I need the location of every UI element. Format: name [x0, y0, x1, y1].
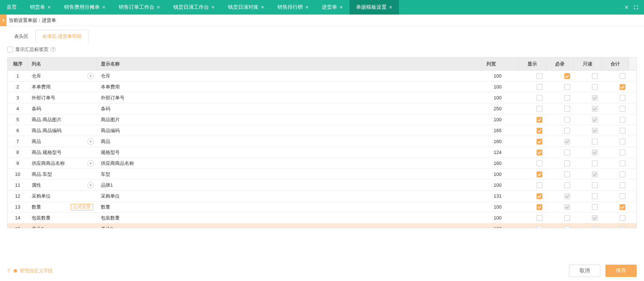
checkbox[interactable] [537, 106, 542, 112]
checkbox[interactable] [564, 73, 570, 79]
checkbox[interactable] [537, 171, 542, 177]
checkbox[interactable] [537, 161, 542, 166]
checkbox[interactable] [620, 84, 625, 90]
table-row[interactable]: 8商品.规格型号规格型号124 [8, 147, 636, 158]
checkbox[interactable] [620, 150, 625, 155]
cell-width[interactable]: 100 [490, 82, 526, 92]
checkbox[interactable] [592, 73, 598, 79]
top-tab[interactable]: 销售排行榜✕ [271, 0, 315, 15]
section-tab[interactable]: 表体区-进货单明细 [35, 30, 88, 43]
checkbox[interactable] [564, 161, 570, 166]
formula-tag[interactable]: 公式设置 [71, 204, 93, 210]
table-row[interactable]: 14包装数量包装数量100 [8, 213, 636, 223]
cell-display-name[interactable]: 数量 [97, 202, 490, 212]
checkbox[interactable] [620, 193, 625, 199]
checkbox[interactable] [537, 182, 542, 188]
table-row[interactable]: 6商品.商品编码商品编码165 [8, 125, 636, 136]
table-row[interactable]: 1仓库+仓库100 [8, 71, 636, 82]
checkbox[interactable] [537, 193, 542, 199]
checkbox[interactable] [537, 128, 542, 134]
cell-display-name[interactable]: 仓库 [97, 71, 490, 81]
cell-width[interactable]: 100 [490, 114, 526, 125]
cell-width[interactable]: 131 [490, 191, 526, 201]
table-row[interactable]: 15单位2单位2100 [8, 223, 636, 228]
close-icon[interactable]: ✕ [389, 5, 392, 10]
checkbox[interactable] [592, 84, 598, 90]
help-icon[interactable]: ? [51, 47, 56, 52]
table-row[interactable]: 5商品.商品图片商品图片100 [8, 114, 636, 125]
fullscreen-icon[interactable] [633, 4, 639, 10]
table-body[interactable]: 1仓库+仓库1002本单费用本单费用1003外部订单号外部订单号1004条码条码… [8, 71, 636, 228]
show-summary-checkbox[interactable] [7, 47, 13, 52]
close-all-icon[interactable] [624, 4, 629, 10]
checkbox[interactable] [592, 193, 598, 199]
table-row[interactable]: 7商品+商品160 [8, 136, 636, 147]
checkbox[interactable] [564, 128, 570, 134]
checkbox[interactable] [620, 117, 625, 123]
checkbox[interactable] [620, 73, 625, 79]
checkbox[interactable] [537, 150, 542, 155]
checkbox[interactable] [620, 95, 625, 101]
cell-display-name[interactable]: 单位2 [97, 223, 490, 228]
checkbox[interactable] [537, 117, 542, 123]
add-icon[interactable]: + [87, 182, 94, 189]
checkbox[interactable] [620, 182, 625, 188]
cell-width[interactable]: 100 [490, 223, 526, 228]
checkbox[interactable] [620, 171, 625, 177]
checkbox[interactable] [564, 226, 570, 228]
checkbox[interactable] [592, 161, 598, 166]
add-icon[interactable]: + [87, 160, 94, 167]
checkbox[interactable] [620, 128, 625, 134]
checkbox[interactable] [537, 95, 542, 101]
cell-display-name[interactable]: 品牌1 [97, 180, 490, 190]
top-tab[interactable]: 进货单✕ [315, 0, 349, 15]
cell-display-name[interactable]: 规格型号 [97, 147, 490, 158]
cell-display-name[interactable]: 供应商商品名称 [97, 158, 490, 169]
top-tab[interactable]: 首页 [0, 0, 23, 15]
checkbox[interactable] [592, 182, 598, 188]
top-tab[interactable]: 销货单✕ [23, 0, 58, 15]
add-icon[interactable]: + [87, 138, 94, 145]
cell-width[interactable]: 100 [490, 92, 526, 103]
checkbox[interactable] [564, 171, 570, 177]
cell-width[interactable]: 100 [490, 169, 526, 179]
close-icon[interactable]: ✕ [211, 5, 215, 10]
cell-display-name[interactable]: 采购单位 [97, 191, 490, 201]
checkbox[interactable] [537, 226, 542, 228]
close-icon[interactable]: ✕ [47, 5, 51, 10]
cell-width[interactable]: 124 [490, 147, 526, 158]
cell-width[interactable]: 160 [490, 158, 526, 169]
cell-display-name[interactable]: 商品编码 [97, 125, 490, 136]
checkbox[interactable] [537, 73, 542, 79]
cell-display-name[interactable]: 外部订单号 [97, 92, 490, 103]
cell-display-name[interactable]: 车型 [97, 169, 490, 179]
cell-display-name[interactable]: 商品图片 [97, 114, 490, 125]
top-tab[interactable]: 钱货日清工作台✕ [167, 0, 221, 15]
cell-display-name[interactable]: 包装数量 [97, 213, 490, 223]
checkbox[interactable] [537, 215, 542, 221]
cell-width[interactable]: 250 [490, 103, 526, 114]
checkbox[interactable] [592, 139, 598, 145]
close-icon[interactable]: ✕ [102, 5, 106, 10]
cell-display-name[interactable]: 本单费用 [97, 82, 490, 92]
top-tab[interactable]: 单据模板设置✕ [349, 0, 399, 15]
checkbox[interactable] [564, 182, 570, 188]
cell-display-name[interactable]: 商品 [97, 136, 490, 147]
table-row[interactable]: 3外部订单号外部订单号100 [8, 92, 636, 103]
checkbox[interactable] [537, 204, 542, 210]
close-icon[interactable]: ✕ [157, 5, 160, 10]
table-row[interactable]: 10商品.车型车型100 [8, 169, 636, 180]
checkbox[interactable] [537, 139, 542, 145]
cell-display-name[interactable]: 条码 [97, 103, 490, 114]
top-tab[interactable]: 销售订单工作台✕ [112, 0, 167, 15]
checkbox[interactable] [564, 117, 570, 123]
cell-width[interactable]: 160 [490, 136, 526, 147]
checkbox[interactable] [537, 84, 542, 90]
cell-width[interactable]: 100 [490, 202, 526, 212]
table-row[interactable]: 9供应商商品名称+供应商商品名称160 [8, 158, 636, 169]
expand-panel-button[interactable] [0, 15, 7, 26]
cell-width[interactable]: 165 [490, 125, 526, 136]
table-row[interactable]: 2本单费用本单费用100 [8, 82, 636, 92]
checkbox[interactable] [564, 215, 570, 221]
table-row[interactable]: 12采购单位采购单位131 [8, 191, 636, 202]
